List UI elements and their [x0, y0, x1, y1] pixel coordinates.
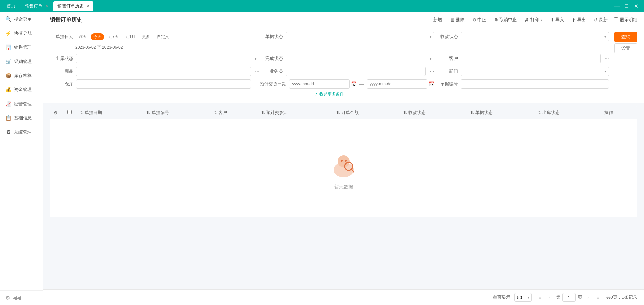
salesperson-input[interactable] [286, 67, 426, 76]
warehouse-dots[interactable]: ··· [255, 81, 259, 87]
current-page-input[interactable]: 1 [562, 293, 576, 302]
sidebar-item-quick-nav[interactable]: ⚡ 快捷导航 [0, 26, 43, 40]
tab-sales-order-history[interactable]: 销售订单历史 × [53, 1, 93, 11]
salesperson-dots[interactable]: ··· [430, 68, 434, 74]
tab-sales-order[interactable]: 销售订单 × [21, 1, 52, 11]
sidebar-settings-icon[interactable]: ⚙ [5, 295, 10, 301]
date-end-display: 2023-06-02 [102, 45, 123, 50]
quick-nav-icon: ⚡ [5, 30, 11, 36]
first-page-button[interactable]: « [536, 293, 544, 301]
show-detail-checkbox-label[interactable]: 显示明细 [614, 17, 637, 23]
expected-delivery-end[interactable] [367, 79, 427, 89]
date-tag-more[interactable]: 更多 [139, 33, 153, 40]
expected-delivery-start[interactable] [289, 79, 350, 89]
tab-sales-order-history-close[interactable]: × [87, 4, 89, 8]
sidebar-item-purchase-mgmt[interactable]: 🛒 采购管理 [0, 54, 43, 69]
date-tag-7days[interactable]: 近7天 [105, 33, 121, 40]
goods-input[interactable] [76, 67, 251, 76]
show-detail-checkbox[interactable] [614, 17, 618, 22]
date-tag-1month[interactable]: 近1月 [123, 33, 138, 40]
payment-status-label: 收款状态 [434, 34, 458, 40]
calendar-end-icon[interactable]: 📅 [429, 81, 434, 87]
calendar-start-icon[interactable]: 📅 [351, 81, 357, 87]
pagination: « ‹ 第 1 页 › » [536, 293, 602, 302]
sidebar-item-sales-mgmt[interactable]: 📊 销售管理 [0, 40, 43, 54]
completion-status-select[interactable] [286, 54, 434, 63]
tab-home-label: 首页 [7, 3, 15, 9]
sidebar-item-operations[interactable]: 📈 经营管理 [0, 97, 43, 111]
select-all-checkbox[interactable] [67, 110, 72, 114]
per-page-select[interactable]: 50 10 20 100 [514, 293, 532, 302]
outbound-status-label: 出库状态 [50, 55, 73, 62]
maximize-button[interactable]: □ [624, 3, 629, 9]
svg-point-3 [345, 160, 347, 162]
sidebar-item-quick-nav-label: 快捷导航 [14, 30, 32, 36]
th-checkbox[interactable] [63, 106, 76, 119]
refresh-button[interactable]: ↺ 刷新 [592, 15, 610, 24]
settings-button[interactable]: 设置 [614, 43, 637, 53]
cancel-stop-button[interactable]: ⊗ 取消中止 [492, 15, 519, 24]
order-number-input[interactable] [461, 79, 609, 89]
th-order-amount: ⇅ 订单金额 [332, 106, 399, 119]
last-page-button[interactable]: » [594, 293, 602, 301]
table-footer: 每页显示 50 10 20 100 ▾ « ‹ 第 1 页 › » 共0页，0条… [43, 289, 644, 305]
th-settings[interactable]: ⚙ [50, 106, 63, 119]
per-page-wrapper: 50 10 20 100 ▾ [514, 293, 532, 302]
import-button[interactable]: ⬇ 导入 [548, 15, 566, 24]
svg-point-1 [338, 155, 350, 167]
sidebar-item-search-menu[interactable]: 🔍 搜索菜单 [0, 12, 43, 26]
delete-button[interactable]: 🗑 删除 [448, 15, 467, 24]
prev-page-button[interactable]: ‹ [546, 293, 554, 301]
sidebar-item-inventory[interactable]: 📦 库存核算 [0, 69, 43, 83]
collapse-icon: ∧ [315, 92, 318, 97]
page-suffix: 页 [578, 294, 582, 300]
expected-delivery-label: 预计交货日期 [259, 81, 286, 87]
minimize-button[interactable]: — [614, 3, 620, 9]
dept-select-wrapper: ▾ [461, 67, 609, 76]
search-menu-icon: 🔍 [5, 16, 11, 22]
sidebar-collapse-icon[interactable]: ◀◀ [13, 295, 21, 301]
sidebar-item-basic-info[interactable]: 📋 基础信息 [0, 111, 43, 125]
date-tag-custom[interactable]: 自定义 [154, 33, 172, 40]
date-range-row: 2023-06-02 至 2023-06-02 [75, 45, 609, 50]
tab-sales-order-label: 销售订单 [25, 3, 42, 9]
th-number: ⇅ 单据编号 [142, 106, 209, 119]
warehouse-label: 仓库 [50, 81, 73, 87]
order-status-select[interactable] [286, 32, 434, 41]
date-tag-today[interactable]: 今天 [91, 33, 104, 40]
stop-button[interactable]: ⊘ 中止 [471, 15, 488, 24]
sidebar-item-sys-mgmt[interactable]: ⚙ 系统管理 [0, 125, 43, 139]
finance-icon: 💰 [5, 87, 11, 93]
goods-dots[interactable]: ··· [255, 68, 259, 74]
outbound-status-select[interactable] [76, 54, 259, 63]
date-tag-yesterday[interactable]: 昨天 [76, 33, 89, 40]
page-label: 第 [556, 294, 560, 300]
tab-home[interactable]: 首页 [3, 1, 19, 11]
query-button[interactable]: 查询 [614, 32, 637, 42]
total-text: 共0页，0条记录 [606, 294, 637, 300]
sidebar-item-finance[interactable]: 💰 资金管理 [0, 83, 43, 97]
print-button[interactable]: 🖨 🖨 打印 打印 ▾ [523, 15, 544, 24]
customer-label: 客户 [434, 55, 458, 62]
print-icon: 🖨 [525, 17, 529, 23]
next-page-button[interactable]: › [584, 293, 592, 301]
salesperson-label: 业务员 [259, 68, 283, 74]
dept-select[interactable] [461, 67, 609, 76]
new-button[interactable]: + 新增 [428, 15, 444, 24]
customer-input[interactable] [461, 54, 601, 63]
sales-mgmt-icon: 📊 [5, 44, 11, 50]
sidebar-item-sales-mgmt-label: 销售管理 [14, 44, 32, 50]
customer-dots[interactable]: ··· [605, 55, 609, 62]
completion-status-label: 完成状态 [259, 55, 283, 62]
sidebar-item-inventory-label: 库存核算 [14, 73, 32, 79]
export-button[interactable]: ⬆ 导出 [570, 15, 588, 24]
collapse-bar[interactable]: ∧ 收起更多条件 [50, 90, 609, 99]
tab-sales-order-close[interactable]: × [46, 4, 48, 8]
toolbar: + 新增 🗑 删除 ⊘ 中止 ⊗ 取消中止 🖨 🖨 打印 打印 ▾ ⬇ 导入 ⬆… [428, 15, 637, 24]
warehouse-input[interactable] [76, 79, 251, 89]
payment-status-select[interactable] [461, 32, 609, 41]
th-action: 操作 [600, 106, 637, 119]
date-start-display: 2023-06-02 [75, 45, 96, 50]
close-button[interactable]: ✕ [633, 3, 639, 9]
outbound-status-select-wrapper: ▾ [76, 54, 259, 63]
